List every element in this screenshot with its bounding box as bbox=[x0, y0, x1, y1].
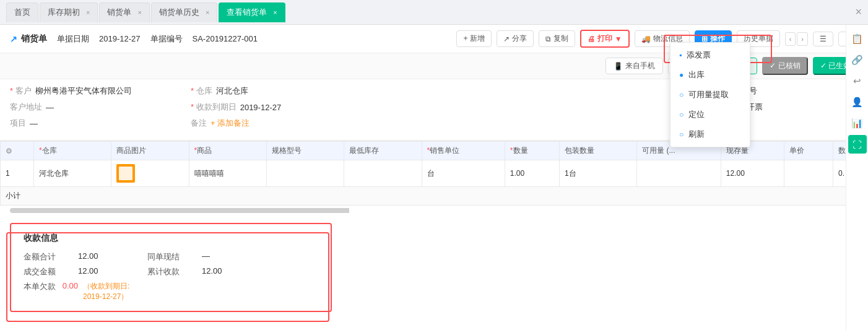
sold-check-icon: ✓ bbox=[770, 61, 776, 70]
available-qty-label: 可用量提取 bbox=[688, 89, 729, 100]
table-container: ⚙ *仓库 商品图片 *商品 规格型号 最低库存 *销售单位 *数量 包装数量 … bbox=[0, 141, 868, 215]
next-button[interactable]: › bbox=[797, 32, 808, 46]
outbound-icon: ● bbox=[679, 71, 684, 79]
col-unit-price-label: 单价 bbox=[789, 146, 804, 155]
view-list-button[interactable]: ☰ bbox=[813, 32, 833, 46]
tab-view-sales[interactable]: 查看销货单 × bbox=[219, 2, 285, 22]
payment-info-title: 收款信息 bbox=[24, 233, 318, 244]
same-order-row: 同单现结 — bbox=[147, 251, 271, 263]
settings-icon[interactable]: ⚙ bbox=[6, 147, 12, 155]
operations-dropdown: ▪ 添发票 ● 出库 ○ 可用量提取 ○ 定位 ○ 刷新 bbox=[670, 42, 750, 147]
tab-home[interactable]: 首页 bbox=[6, 2, 38, 22]
tab-inventory-label: 库存期初 bbox=[48, 7, 80, 18]
tab-inventory-close[interactable]: × bbox=[86, 9, 90, 16]
copy-icon: ⧉ bbox=[545, 35, 551, 43]
sidebar-icon-chart[interactable]: 📊 bbox=[848, 114, 867, 132]
col-min-stock-label: 最低库存 bbox=[349, 146, 379, 155]
copy-label: 复制 bbox=[553, 33, 568, 44]
payment-info-grid: 金额合计 12.00 同单现结 — 成交金额 12.00 累计收款 12.00 … bbox=[24, 251, 318, 302]
effective-check-icon: ✓ bbox=[820, 61, 827, 70]
col-settings[interactable]: ⚙ bbox=[1, 142, 34, 160]
notes-label: 备注 bbox=[191, 118, 207, 129]
tab-view-sales-label: 查看销货单 bbox=[227, 7, 267, 18]
warehouse-value: 河北仓库 bbox=[216, 85, 248, 97]
print-dropdown-icon: ▼ bbox=[615, 35, 622, 43]
col-product-label: 商品 bbox=[197, 146, 212, 155]
print-label: 打印 bbox=[597, 33, 612, 44]
sidebar-icon-link[interactable]: 🔗 bbox=[848, 51, 867, 69]
tab-sales-close[interactable]: × bbox=[137, 9, 141, 16]
tab-sales-label: 销货单 bbox=[107, 7, 131, 18]
address-field: 客户地址 — bbox=[10, 102, 171, 113]
sidebar-icon-expand[interactable]: ⛶ bbox=[848, 135, 867, 154]
sidebar-icon-clipboard[interactable]: 📋 bbox=[848, 30, 867, 48]
copy-button[interactable]: ⧉ 复制 bbox=[539, 30, 575, 47]
share-icon: ↗ bbox=[503, 35, 510, 43]
col-pack-qty: 包装数量 bbox=[559, 142, 636, 160]
print-button[interactable]: 🖨 打印 ▼ bbox=[580, 30, 630, 48]
row-quantity: 1.00 bbox=[505, 160, 559, 187]
new-label: + 新增 bbox=[463, 33, 484, 44]
dropdown-add-invoice[interactable]: ▪ 添发票 bbox=[671, 45, 750, 65]
due-date-value: 2019-12-27 bbox=[240, 103, 282, 112]
tab-view-sales-close[interactable]: × bbox=[273, 9, 277, 16]
tab-sales-history-label: 销货单历史 bbox=[159, 7, 199, 18]
add-invoice-icon: ▪ bbox=[679, 51, 682, 59]
refresh-label: 刷新 bbox=[688, 129, 705, 140]
locate-label: 定位 bbox=[688, 109, 705, 120]
address-value: — bbox=[46, 103, 54, 112]
scrollbar[interactable] bbox=[10, 208, 858, 213]
row-available bbox=[637, 160, 721, 187]
window-close-icon[interactable]: × bbox=[855, 6, 862, 19]
tab-inventory[interactable]: 库存期初 × bbox=[40, 2, 98, 22]
sold-button[interactable]: ✓ 已核销 bbox=[762, 57, 807, 75]
doc-title-text: 销货单 bbox=[21, 33, 47, 45]
add-notes-button[interactable]: + 添加备注 bbox=[210, 118, 250, 129]
new-button[interactable]: + 新增 bbox=[456, 30, 491, 47]
row-unit-price bbox=[784, 160, 833, 187]
product-image bbox=[116, 164, 135, 183]
due-date-field: 收款到期日 2019-12-27 bbox=[191, 102, 352, 113]
customer-value: 柳州粤港平安气体有限公司 bbox=[35, 85, 132, 97]
prev-button[interactable]: ‹ bbox=[785, 32, 796, 46]
total-label: 金额合计 bbox=[24, 251, 73, 263]
phone-button[interactable]: 📱 来自手机 bbox=[605, 58, 663, 74]
tab-sales-history[interactable]: 销货单历史 × bbox=[151, 2, 217, 22]
project-label: 项目 bbox=[10, 118, 26, 129]
row-image bbox=[111, 160, 189, 187]
sidebar-icon-person[interactable]: 👤 bbox=[848, 93, 867, 111]
due-date-label: 收款到期日 bbox=[191, 102, 237, 113]
col-image-label: 商品图片 bbox=[116, 146, 146, 155]
col-sales-unit-label: 销售单位 bbox=[430, 146, 459, 155]
col-sales-unit: *销售单位 bbox=[422, 142, 505, 160]
outbound-label: 出库 bbox=[688, 69, 705, 80]
tab-sales-history-close[interactable]: × bbox=[206, 9, 209, 16]
tab-sales[interactable]: 销货单 × bbox=[99, 2, 149, 22]
dropdown-locate[interactable]: ○ 定位 bbox=[671, 105, 750, 124]
share-button[interactable]: ↗ 分享 bbox=[497, 30, 534, 47]
row-min-stock bbox=[344, 160, 422, 187]
customer-label: 客户 bbox=[10, 85, 32, 97]
print-icon: 🖨 bbox=[588, 35, 595, 43]
col-product: *商品 bbox=[189, 142, 266, 160]
tab-home-label: 首页 bbox=[14, 7, 30, 18]
doc-date-value: 2019-12-27 bbox=[99, 34, 141, 43]
refresh-icon: ○ bbox=[679, 130, 684, 139]
dropdown-refresh[interactable]: ○ 刷新 bbox=[671, 124, 750, 144]
table-row: 1 河北仓库 嘻嘻嘻嘻 台 1.00 1台 bbox=[1, 160, 868, 187]
warehouse-field: 仓库 河北仓库 bbox=[191, 85, 352, 97]
col-pack-qty-label: 包装数量 bbox=[565, 146, 594, 155]
cumulative-label: 累计收款 bbox=[147, 266, 197, 277]
transaction-label: 成交金额 bbox=[24, 266, 73, 277]
doc-title: ↗ 销货单 bbox=[10, 33, 47, 45]
dropdown-outbound[interactable]: ● 出库 bbox=[671, 65, 750, 85]
row-current-stock: 12.00 bbox=[721, 160, 784, 187]
address-label: 客户地址 bbox=[10, 102, 42, 113]
col-warehouse: *仓库 bbox=[33, 142, 111, 160]
sales-order-icon: ↗ bbox=[10, 34, 17, 44]
sidebar-icon-return[interactable]: ↩ bbox=[848, 72, 867, 90]
same-order-label: 同单现结 bbox=[147, 251, 197, 263]
dropdown-available-qty[interactable]: ○ 可用量提取 bbox=[671, 85, 750, 105]
logistics-icon: 🚚 bbox=[641, 35, 651, 43]
warehouse-label: 仓库 bbox=[191, 85, 212, 97]
